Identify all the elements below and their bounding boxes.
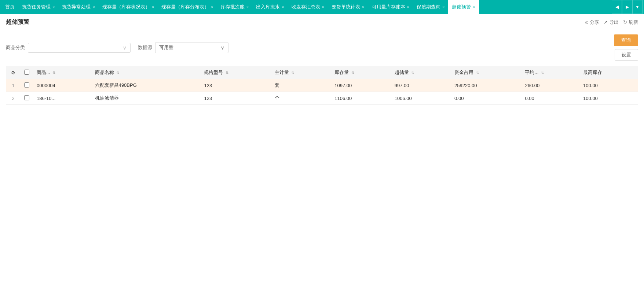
row-index: 1 [6, 79, 21, 92]
table-header-row: ⚙ 商品... ⇅ 商品名称 ⇅ 规格型号 ⇅ 主计量 [6, 66, 638, 79]
close-icon[interactable]: × [92, 5, 95, 9]
table-settings-header[interactable]: ⚙ [6, 66, 21, 79]
cell-unit: 套 [271, 79, 331, 92]
datasource-label: 数据源 [138, 44, 152, 51]
nav-pick-task[interactable]: 拣货任务管理 × [18, 0, 58, 14]
cell-spec: 123 [200, 79, 271, 92]
sort-icon: ⇅ [291, 71, 294, 75]
col-product-code[interactable]: 商品... ⇅ [33, 66, 91, 79]
page-header: 超储预警 ⎋ 分享 ↗ 导出 ↻ 刷新 [0, 14, 644, 29]
col-avg[interactable]: 平均... ⇅ [521, 66, 579, 79]
filter-buttons: 查询 设置 [614, 34, 638, 61]
cell-product-name: 机油滤清器 [91, 92, 201, 105]
data-table: ⚙ 商品... ⇅ 商品名称 ⇅ 规格型号 ⇅ 主计量 [6, 66, 638, 105]
table-row: 1 0000004 六配套新昌490BPG 123 套 1097.00 997.… [6, 79, 638, 92]
row-checkbox-cell[interactable] [21, 79, 33, 92]
nav-order-stats[interactable]: 要货单统计表 × [328, 0, 368, 14]
sort-icon: ⇅ [541, 71, 544, 75]
close-icon[interactable]: × [52, 5, 55, 9]
category-select[interactable]: ∨ [28, 43, 131, 53]
row-index: 2 [6, 92, 21, 105]
row-checkbox[interactable] [24, 82, 29, 88]
cell-stock: 1106.00 [331, 92, 391, 105]
share-icon: ⎋ [585, 19, 588, 25]
export-icon: ↗ [604, 19, 608, 25]
nav-overflow-warning[interactable]: 超储预警 × [448, 0, 479, 14]
close-icon[interactable]: × [322, 5, 324, 9]
nav-left-arrow[interactable]: ◀ [612, 0, 622, 14]
nav-home[interactable]: 首页 [1, 0, 18, 14]
table-container: ⚙ 商品... ⇅ 商品名称 ⇅ 规格型号 ⇅ 主计量 [0, 66, 644, 105]
chevron-down-icon: ∨ [221, 45, 224, 51]
category-label: 商品分类 [6, 44, 25, 51]
cell-max-stock: 100.00 [579, 79, 638, 92]
sort-icon: ⇅ [411, 71, 414, 75]
nav-collect-summary[interactable]: 收发存汇总表 × [288, 0, 328, 14]
close-icon[interactable]: × [211, 5, 213, 9]
cell-overflow: 1006.00 [391, 92, 451, 105]
close-icon[interactable]: × [246, 5, 249, 9]
cell-capital: 259220.00 [451, 79, 521, 92]
share-button[interactable]: ⎋ 分享 [585, 19, 599, 26]
col-stock[interactable]: 库存量 ⇅ [331, 66, 391, 79]
col-spec[interactable]: 规格型号 ⇅ [200, 66, 271, 79]
table-row: 2 186-10... 机油滤清器 123 个 1106.00 1006.00 … [6, 92, 638, 105]
refresh-icon: ↻ [623, 19, 627, 25]
sort-icon: ⇅ [226, 71, 228, 75]
category-filter: 商品分类 ∨ [6, 43, 131, 53]
cell-product-name: 六配套新昌490BPG [91, 79, 201, 92]
table-body: 1 0000004 六配套新昌490BPG 123 套 1097.00 997.… [6, 79, 638, 105]
export-button[interactable]: ↗ 导出 [604, 19, 619, 26]
cell-stock: 1097.00 [331, 79, 391, 92]
close-icon[interactable]: × [152, 5, 154, 9]
cell-overflow: 997.00 [391, 79, 451, 92]
datasource-filter: 数据源 可用量 ∨ [138, 42, 228, 53]
sort-icon: ⇅ [116, 71, 119, 75]
cell-max-stock: 100.00 [579, 92, 638, 105]
nav-quality-query[interactable]: 保质期查询 × [413, 0, 448, 14]
close-icon[interactable]: × [442, 5, 444, 9]
row-checkbox-cell[interactable] [21, 92, 33, 105]
col-max-stock[interactable]: 最高库存 [579, 66, 638, 79]
cell-product-code: 0000004 [33, 79, 91, 92]
sort-icon: ⇅ [476, 71, 479, 75]
close-icon[interactable]: × [473, 5, 475, 9]
page-title: 超储预警 [6, 18, 29, 26]
datasource-value: 可用量 [159, 44, 173, 51]
nav-available-account[interactable]: 可用量库存账本 × [368, 0, 413, 14]
nav-arrow-group: ◀ ▶ ▼ [612, 0, 643, 14]
row-checkbox[interactable] [24, 95, 29, 100]
settings-button[interactable]: 设置 [615, 49, 638, 61]
nav-stock-status[interactable]: 现存量（库存状况表） × [99, 0, 158, 14]
nav-menu-arrow[interactable]: ▼ [632, 0, 643, 14]
sort-icon: ⇅ [52, 71, 55, 75]
col-overflow[interactable]: 超储量 ⇅ [391, 66, 451, 79]
nav-pick-exception[interactable]: 拣货异常处理 × [58, 0, 98, 14]
cell-capital: 0.00 [451, 92, 521, 105]
nav-stock-dist[interactable]: 现存量（库存分布表） × [158, 0, 217, 14]
close-icon[interactable]: × [407, 5, 409, 9]
chevron-down-icon: ∨ [123, 45, 127, 51]
col-unit[interactable]: 主计量 ⇅ [271, 66, 331, 79]
gear-icon[interactable]: ⚙ [11, 70, 15, 75]
cell-spec: 123 [200, 92, 271, 105]
nav-inout-flow[interactable]: 出入库流水 × [252, 0, 288, 14]
nav-right-arrow[interactable]: ▶ [622, 0, 632, 14]
close-icon[interactable]: × [282, 5, 284, 9]
nav-batch-account[interactable]: 库存批次账 × [217, 0, 252, 14]
datasource-select[interactable]: 可用量 ∨ [155, 42, 228, 53]
filter-row: 商品分类 ∨ 数据源 可用量 ∨ 查询 设置 [0, 29, 644, 66]
close-icon[interactable]: × [362, 5, 364, 9]
header-actions: ⎋ 分享 ↗ 导出 ↻ 刷新 [585, 19, 638, 26]
refresh-button[interactable]: ↻ 刷新 [623, 19, 638, 26]
cell-unit: 个 [271, 92, 331, 105]
col-product-name[interactable]: 商品名称 ⇅ [91, 66, 201, 79]
table-checkbox-header[interactable] [21, 66, 33, 79]
top-navigation: 首页 拣货任务管理 × 拣货异常处理 × 现存量（库存状况表） × 现存量（库存… [0, 0, 644, 14]
col-capital[interactable]: 资金占用 ⇅ [451, 66, 521, 79]
select-all-checkbox[interactable] [24, 70, 29, 75]
query-button[interactable]: 查询 [614, 34, 638, 46]
cell-avg: 0.00 [521, 92, 579, 105]
sort-icon: ⇅ [351, 71, 354, 75]
cell-avg: 260.00 [521, 79, 579, 92]
